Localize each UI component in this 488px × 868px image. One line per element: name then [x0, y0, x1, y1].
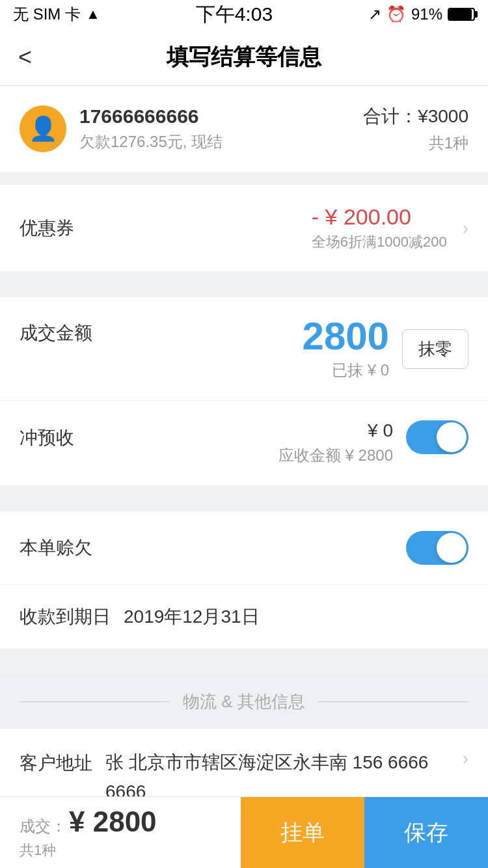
- chong-yu-shou-value: ¥ 0: [368, 420, 393, 441]
- user-info-card: 👤 17666666666 欠款1276.35元, 现结 合计：¥3000 共1…: [0, 86, 488, 172]
- content: 👤 17666666666 欠款1276.35元, 现结 合计：¥3000 共1…: [0, 86, 488, 868]
- chong-yu-shou-toggle-knob: [437, 422, 467, 452]
- deal-amount-row: 成交金额 2800 已抹 ¥ 0 抹零: [0, 297, 488, 400]
- status-time: 下午4:03: [196, 1, 273, 28]
- alarm-icon: ⏰: [386, 5, 406, 23]
- logistics-label: 物流 & 其他信息: [183, 690, 305, 713]
- deal-erased: 已抹 ¥ 0: [332, 360, 389, 381]
- due-date-wrapper: 收款到期日 2019年12月31日: [0, 584, 488, 649]
- bottom-count: 共1种: [20, 841, 221, 860]
- address-label: 客户地址: [20, 748, 92, 776]
- carrier-label: 无 SIM 卡: [13, 4, 81, 25]
- bottom-deal-amount: ¥ 2800: [69, 806, 157, 838]
- coupon-row[interactable]: 优惠券 - ¥ 200.00 全场6折满1000减200 ›: [0, 185, 488, 271]
- back-button[interactable]: <: [18, 44, 32, 71]
- total-count: 共1种: [363, 133, 468, 154]
- divider-line-left: [20, 701, 170, 702]
- user-phone: 17666666666: [79, 105, 363, 128]
- address-chevron-icon: ›: [463, 748, 468, 769]
- battery-percent: 91%: [411, 5, 442, 23]
- nav-bar: < 填写结算等信息: [0, 29, 488, 86]
- coupon-discount: - ¥ 200.00: [312, 204, 447, 230]
- total-amount: 合计：¥3000: [363, 104, 468, 129]
- status-left: 无 SIM 卡 ▲: [13, 4, 100, 25]
- user-icon: 👤: [29, 115, 58, 142]
- ben-dan-card: 本单赊欠 收款到期日 2019年12月31日: [0, 511, 488, 649]
- bottom-summary: 成交： ¥ 2800 共1种: [0, 806, 241, 860]
- bottom-bar: 成交： ¥ 2800 共1种 挂单 保存: [0, 796, 488, 868]
- due-date-label: 收款到期日: [20, 604, 111, 629]
- bottom-deal-label: 成交：: [20, 816, 66, 837]
- location-icon: ↗: [368, 5, 381, 23]
- user-total: 合计：¥3000 共1种: [363, 104, 468, 154]
- ben-dan-label: 本单赊欠: [20, 536, 92, 560]
- ben-dan-row: 本单赊欠: [0, 511, 488, 584]
- separator-3: [0, 662, 488, 675]
- deal-amount-card: 成交金额 2800 已抹 ¥ 0 抹零 冲预收 ¥ 0 应收金额 ¥ 2800: [0, 297, 488, 485]
- bottom-deal-row: 成交： ¥ 2800: [20, 806, 221, 838]
- avatar: 👤: [20, 105, 66, 152]
- battery-icon: [448, 8, 475, 21]
- user-debt: 欠款1276.35元, 现结: [79, 131, 363, 152]
- save-button[interactable]: 保存: [364, 797, 488, 869]
- separator-2: [0, 498, 488, 511]
- coupon-right-block: - ¥ 200.00 全场6折满1000减200: [312, 204, 447, 252]
- user-info: 17666666666 欠款1276.35元, 现结: [79, 105, 363, 152]
- chong-yu-shou-label: 冲预收: [20, 420, 278, 450]
- coupon-card: 优惠券 - ¥ 200.00 全场6折满1000减200 ›: [0, 185, 488, 271]
- chong-yu-shou-right: ¥ 0 应收金额 ¥ 2800: [278, 420, 393, 466]
- divider-line-right: [318, 701, 468, 702]
- logistics-divider: 物流 & 其他信息: [0, 675, 488, 729]
- ben-dan-toggle[interactable]: [406, 531, 468, 565]
- chevron-right-icon: ›: [463, 218, 468, 239]
- due-date-row: 收款到期日 2019年12月31日: [0, 585, 488, 649]
- deal-center: 2800 已抹 ¥ 0: [92, 317, 389, 381]
- user-row: 👤 17666666666 欠款1276.35元, 现结 合计：¥3000 共1…: [0, 86, 488, 172]
- chong-yu-shou-row-wrapper: 冲预收 ¥ 0 应收金额 ¥ 2800: [0, 400, 488, 485]
- coupon-desc: 全场6折满1000减200: [312, 232, 447, 252]
- deal-amount-label: 成交金额: [20, 317, 92, 346]
- erase-button[interactable]: 抹零: [402, 329, 468, 369]
- chong-yu-shou-row: 冲预收 ¥ 0 应收金额 ¥ 2800: [0, 401, 488, 485]
- deal-amount-value: 2800: [303, 317, 389, 356]
- chong-yu-shou-toggle-wrapper: [406, 420, 468, 454]
- hold-button[interactable]: 挂单: [241, 797, 364, 869]
- page-title: 填写结算等信息: [167, 42, 321, 72]
- coupon-label: 优惠券: [20, 216, 74, 241]
- wifi-icon: ▲: [86, 6, 100, 23]
- status-right: ↗ ⏰ 91%: [368, 5, 475, 23]
- chong-yu-shou-toggle[interactable]: [406, 420, 468, 454]
- due-date-value: 2019年12月31日: [124, 604, 260, 629]
- status-bar: 无 SIM 卡 ▲ 下午4:03 ↗ ⏰ 91%: [0, 0, 488, 29]
- chong-yu-shou-sub: 应收金额 ¥ 2800: [278, 445, 393, 466]
- separator-1: [0, 284, 488, 297]
- ben-dan-toggle-knob: [437, 533, 467, 563]
- coupon-right: - ¥ 200.00 全场6折满1000减200 ›: [312, 204, 468, 252]
